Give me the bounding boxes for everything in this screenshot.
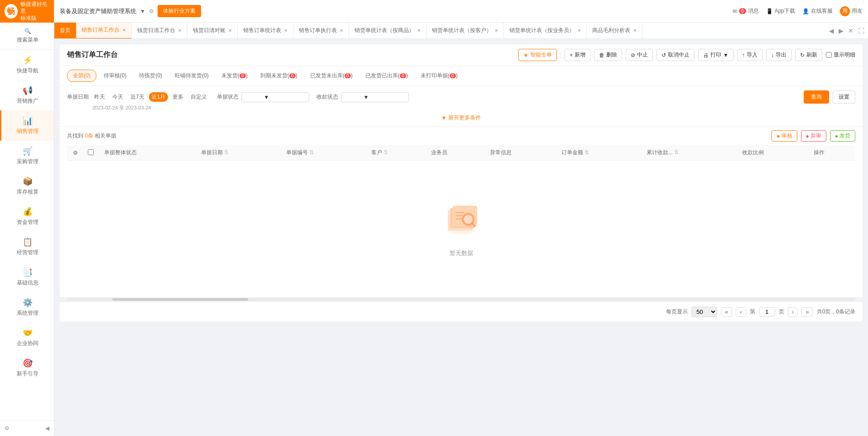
print-button[interactable]: 🖨 打印 ▼ bbox=[698, 49, 734, 61]
col-date[interactable]: 单据日期⇅ bbox=[197, 145, 282, 161]
tab-prev-btn[interactable]: ◀ bbox=[827, 26, 836, 35]
tab-sales-summary-product[interactable]: 销货单统计表（按商品） ✕ bbox=[349, 23, 427, 39]
sidebar-item-guide[interactable]: 🎯 新手引导 bbox=[0, 353, 54, 383]
sidebar-item-basic-info[interactable]: 📑 基础信息 bbox=[0, 262, 54, 292]
add-button[interactable]: + 新增 bbox=[565, 49, 590, 61]
sidebar-item-purchase[interactable]: 🛒 采购管理 bbox=[0, 141, 54, 171]
col-number[interactable]: 单据编号⇅ bbox=[282, 145, 367, 161]
last-page-btn[interactable]: » bbox=[801, 307, 813, 317]
tab-close-summary-customer[interactable]: ✕ bbox=[494, 28, 498, 33]
page-size-select[interactable]: 50 100 200 bbox=[691, 307, 717, 317]
sub-tab-wangpu[interactable]: 旺铺待发货(0) bbox=[169, 70, 214, 81]
date-btn-today[interactable]: 今天 bbox=[110, 92, 126, 102]
refresh-button[interactable]: ↻ 刷新 bbox=[795, 49, 822, 61]
tab-sales-summary-customer[interactable]: 销货单统计表（按客户） ✕ bbox=[427, 23, 504, 39]
tab-close-summary-staff[interactable]: ✕ bbox=[577, 28, 581, 33]
sub-tab-all[interactable]: 全部(0) bbox=[67, 70, 96, 82]
tab-cash-daily[interactable]: 钱货日清工作台 ✕ bbox=[132, 23, 187, 39]
date-btn-7days[interactable]: 近7天 bbox=[128, 92, 147, 102]
user-menu[interactable]: 用 用友 bbox=[840, 6, 863, 16]
sub-tab-pending-pick[interactable]: 待拣货(0) bbox=[134, 70, 168, 81]
date-btn-yesterday[interactable]: 昨天 bbox=[91, 92, 108, 102]
select-all-checkbox[interactable] bbox=[88, 149, 94, 155]
col-settings[interactable]: ⚙ bbox=[67, 145, 83, 161]
prev-page-btn[interactable]: ‹ bbox=[736, 307, 746, 317]
date-btn-1month[interactable]: 近1月 bbox=[149, 92, 168, 102]
ship-button[interactable]: ● 发货 bbox=[830, 130, 855, 142]
settings-icon[interactable]: ⚙ bbox=[5, 425, 10, 431]
service-icon: 👤 bbox=[802, 8, 809, 14]
show-detail-label[interactable]: 显示明细 bbox=[826, 51, 855, 59]
tab-sales-summary-staff[interactable]: 销货单统计表（按业务员） ✕ bbox=[504, 23, 587, 39]
sidebar-item-quick-nav[interactable]: ⚡ 快捷导航 bbox=[0, 50, 54, 80]
review-button[interactable]: ● 审核 bbox=[772, 130, 797, 142]
setting-button[interactable]: 设置 bbox=[833, 90, 855, 104]
sidebar-item-finance[interactable]: 💰 资金管理 bbox=[0, 201, 54, 232]
col-amount[interactable]: 订单金额⇅ bbox=[557, 145, 642, 161]
sidebar-item-cooperation[interactable]: 🤝 企业协同 bbox=[0, 322, 54, 353]
show-detail-checkbox[interactable] bbox=[826, 52, 832, 58]
import-button[interactable]: ↑ 导入 bbox=[737, 49, 762, 61]
col-customer[interactable]: 客户⇅ bbox=[367, 145, 427, 161]
scrollbar-thumb[interactable] bbox=[112, 298, 248, 301]
smart-create-button[interactable]: ★ 智能生单 bbox=[518, 49, 557, 61]
tab-close-goods-profit[interactable]: ✕ bbox=[633, 28, 637, 33]
delete-icon: 🗑 bbox=[599, 52, 604, 58]
tab-home[interactable]: 首页 bbox=[54, 23, 76, 39]
col-checkbox[interactable] bbox=[83, 145, 100, 161]
solution-button[interactable]: 体验行业方案 bbox=[158, 5, 201, 17]
message-btn[interactable]: ✉ 6 消息 bbox=[733, 7, 759, 15]
delete-button[interactable]: 🗑 删除 bbox=[594, 49, 622, 61]
sub-tab-shipped-not-out[interactable]: 已发货未出库(0) bbox=[305, 70, 358, 81]
next-page-btn[interactable]: › bbox=[788, 307, 798, 317]
sidebar-item-sales[interactable]: 📊 销售管理 bbox=[0, 110, 54, 141]
sub-tab-not-printed[interactable]: 未打印单据(0) bbox=[415, 70, 463, 81]
tab-close-sales-stats[interactable]: ✕ bbox=[284, 28, 288, 33]
settings-gear-icon[interactable]: ⚙ bbox=[149, 8, 154, 14]
reject-button[interactable]: ● 弃审 bbox=[801, 130, 826, 142]
cooperation-icon: 🤝 bbox=[23, 328, 33, 338]
sub-tab-shipped-out[interactable]: 已发货已出库(0) bbox=[360, 70, 413, 81]
tab-next-btn[interactable]: ▶ bbox=[837, 26, 845, 35]
app-download-btn[interactable]: 📱 App下载 bbox=[766, 7, 795, 15]
tab-close-cash-daily[interactable]: ✕ bbox=[178, 28, 182, 33]
date-btn-custom[interactable]: 自定义 bbox=[188, 92, 210, 102]
sub-tab-overdue[interactable]: 到期未发货(0) bbox=[255, 70, 303, 81]
cancel-stop-button[interactable]: ↺ 取消中止 bbox=[657, 49, 695, 61]
tab-sales-stats[interactable]: 销售订单统计表 ✕ bbox=[238, 23, 293, 39]
sidebar-item-inventory[interactable]: 📦 库存核算 bbox=[0, 171, 54, 201]
sidebar-search[interactable]: 🔍 搜索菜单 bbox=[0, 23, 54, 50]
app-logo-text: 畅捷通好生意 标准版 bbox=[20, 1, 49, 22]
stop-button[interactable]: ⊘ 中止 bbox=[626, 49, 653, 61]
page-number-input[interactable] bbox=[759, 307, 775, 317]
tab-close-cash-reconcile[interactable]: ✕ bbox=[228, 28, 232, 33]
tab-fullscreen-btn[interactable]: ⛶ bbox=[856, 26, 866, 35]
horizontal-scrollbar[interactable] bbox=[60, 297, 863, 302]
system-dropdown[interactable]: ▼ bbox=[140, 8, 145, 14]
payment-select[interactable]: ▼ bbox=[341, 92, 409, 102]
tab-close-sales-workbench[interactable]: ✕ bbox=[122, 28, 126, 33]
online-service-btn[interactable]: 👤 在线客服 bbox=[802, 7, 833, 15]
col-collected[interactable]: 累计收款...⇅ bbox=[642, 145, 738, 161]
sidebar: 畅 畅捷通好生意 标准版 🔍 搜索菜单 ⚡ 快捷导航 📢 营销推广 📊 销售管理… bbox=[0, 0, 54, 436]
status-select[interactable]: ▼ bbox=[241, 92, 309, 102]
sub-tab-pending-review[interactable]: 待审核(0) bbox=[98, 70, 132, 81]
date-filter: 单据日期 昨天 今天 近7天 近1月 更多 自定义 bbox=[67, 92, 210, 102]
query-button[interactable]: 查询 bbox=[804, 90, 829, 104]
first-page-btn[interactable]: « bbox=[721, 307, 732, 317]
tab-cash-reconcile[interactable]: 钱货日清对账 ✕ bbox=[187, 23, 238, 39]
sidebar-item-operation[interactable]: 📋 经营管理 bbox=[0, 232, 54, 262]
tab-sales-exec[interactable]: 销售订单执行表 ✕ bbox=[293, 23, 349, 39]
date-btn-more[interactable]: 更多 bbox=[170, 92, 186, 102]
expand-filter-btn[interactable]: ▼ 展开更多条件 bbox=[67, 114, 855, 122]
tab-close-sales-exec[interactable]: ✕ bbox=[340, 28, 343, 33]
tab-close-all-btn[interactable]: ✕ bbox=[846, 26, 855, 35]
sub-tab-not-shipped[interactable]: 未发货(0) bbox=[216, 70, 253, 81]
tab-sales-workbench[interactable]: 销售订单工作台 ✕ bbox=[76, 23, 132, 39]
tab-goods-profit[interactable]: 商品毛利分析表 ✕ bbox=[587, 23, 643, 39]
sidebar-item-marketing[interactable]: 📢 营销推广 bbox=[0, 80, 54, 110]
collapse-icon[interactable]: ◀ bbox=[45, 425, 49, 431]
export-button[interactable]: ↓ 导出 bbox=[766, 49, 791, 61]
sidebar-item-system[interactable]: ⚙️ 系统管理 bbox=[0, 292, 54, 322]
tab-close-summary-product[interactable]: ✕ bbox=[417, 28, 421, 33]
